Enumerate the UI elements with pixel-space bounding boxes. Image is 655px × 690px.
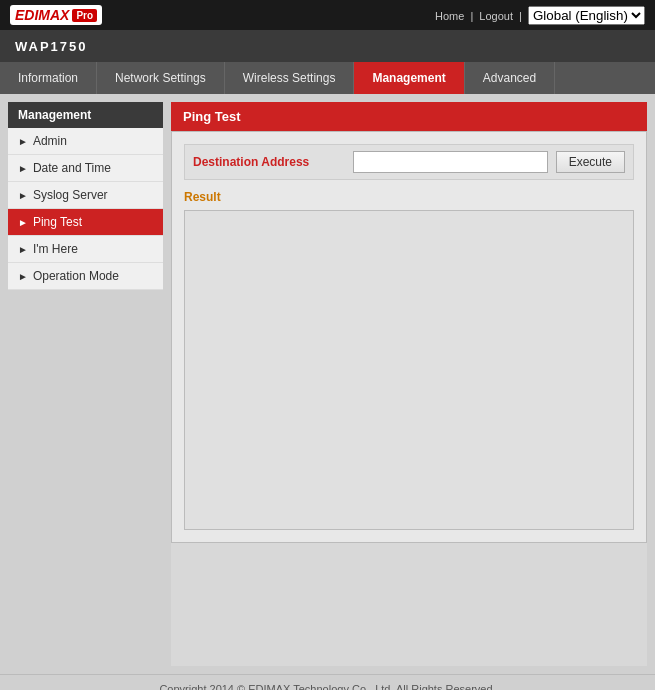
main-nav: Information Network Settings Wireless Se…: [0, 62, 655, 94]
main-content: Management ► Admin ► Date and Time ► Sys…: [0, 94, 655, 674]
result-box: [184, 210, 634, 530]
separator1: |: [470, 10, 473, 22]
arrow-icon: ►: [18, 244, 28, 255]
sidebar-item-syslog-label: Syslog Server: [33, 188, 108, 202]
footer: Copyright 2014 © EDIMAX Technology Co., …: [0, 674, 655, 690]
content-body: Destination Address Execute Result: [171, 131, 647, 543]
result-section: Result: [184, 190, 634, 530]
header: EDIMAX Pro Home | Logout | Global (Engli…: [0, 0, 655, 30]
page-title: Ping Test: [171, 102, 647, 131]
nav-item-management[interactable]: Management: [354, 62, 464, 94]
logo: EDIMAX Pro: [10, 5, 102, 25]
logo-pro: Pro: [72, 9, 97, 22]
logout-link[interactable]: Logout: [479, 10, 513, 22]
sidebar-item-operation-mode[interactable]: ► Operation Mode: [8, 263, 163, 290]
destination-row: Destination Address Execute: [184, 144, 634, 180]
top-links: Home | Logout | Global (English) Chinese…: [435, 6, 645, 25]
destination-label: Destination Address: [193, 155, 353, 169]
sidebar-item-date-label: Date and Time: [33, 161, 111, 175]
content-panel: Ping Test Destination Address Execute Re…: [171, 102, 647, 666]
nav-item-network-settings[interactable]: Network Settings: [97, 62, 225, 94]
arrow-icon: ►: [18, 136, 28, 147]
sidebar-item-syslog-server[interactable]: ► Syslog Server: [8, 182, 163, 209]
home-link[interactable]: Home: [435, 10, 464, 22]
sidebar-item-opmode-label: Operation Mode: [33, 269, 119, 283]
footer-text: Copyright 2014 © EDIMAX Technology Co., …: [159, 683, 495, 690]
nav-item-advanced[interactable]: Advanced: [465, 62, 555, 94]
nav-item-wireless-settings[interactable]: Wireless Settings: [225, 62, 355, 94]
sidebar-item-ping-test[interactable]: ► Ping Test: [8, 209, 163, 236]
logo-area: EDIMAX Pro: [10, 5, 102, 25]
sidebar-item-admin-label: Admin: [33, 134, 67, 148]
logo-text: EDIMAX: [15, 7, 69, 23]
arrow-icon: ►: [18, 271, 28, 282]
nav-item-information[interactable]: Information: [0, 62, 97, 94]
sidebar: Management ► Admin ► Date and Time ► Sys…: [8, 102, 163, 666]
sidebar-item-im-here[interactable]: ► I'm Here: [8, 236, 163, 263]
language-select[interactable]: Global (English) Chinese German: [528, 6, 645, 25]
sidebar-item-admin[interactable]: ► Admin: [8, 128, 163, 155]
device-bar: WAP1750: [0, 30, 655, 62]
destination-input[interactable]: [353, 151, 548, 173]
sidebar-item-ping-label: Ping Test: [33, 215, 82, 229]
arrow-icon: ►: [18, 190, 28, 201]
separator2: |: [519, 10, 522, 22]
result-label: Result: [184, 190, 634, 204]
arrow-icon: ►: [18, 217, 28, 228]
sidebar-header: Management: [8, 102, 163, 128]
execute-button[interactable]: Execute: [556, 151, 625, 173]
sidebar-item-date-and-time[interactable]: ► Date and Time: [8, 155, 163, 182]
device-name: WAP1750: [15, 39, 88, 54]
arrow-icon: ►: [18, 163, 28, 174]
sidebar-item-imhere-label: I'm Here: [33, 242, 78, 256]
